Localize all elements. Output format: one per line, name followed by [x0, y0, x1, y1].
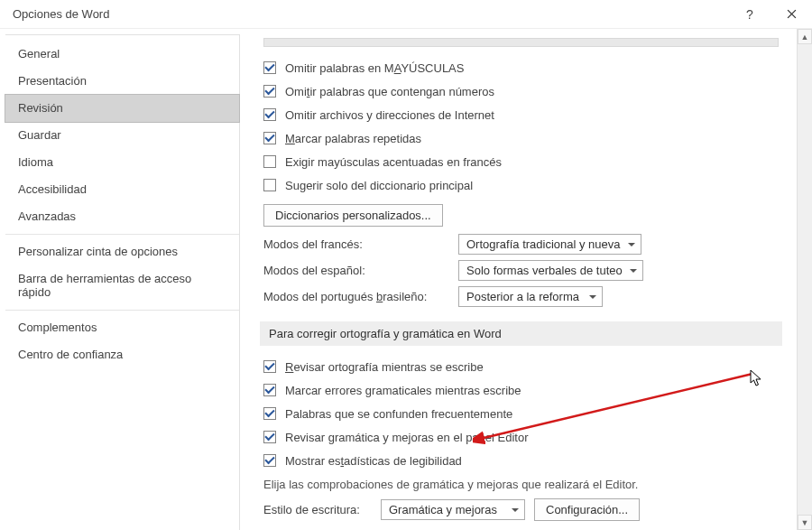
close-icon [787, 9, 797, 19]
mode-dropdown-0[interactable]: Ortografía tradicional y nueva [458, 234, 641, 255]
editor-desc: Elija las comprobaciones de gramática y … [263, 478, 779, 491]
mode-dropdown-1[interactable]: Solo formas verbales de tuteo [458, 260, 643, 281]
checkbox-ac-3[interactable] [263, 132, 276, 144]
sidebar-separator [5, 310, 239, 311]
content-pane: Omitir palabras en MAYÚSCULASOmitir pala… [240, 29, 797, 530]
sidebar-item-revisi-n[interactable]: Revisión [5, 95, 239, 122]
scroll-up-button[interactable]: ▲ [798, 29, 812, 44]
content-inner: Omitir palabras en MAYÚSCULASOmitir pala… [263, 58, 779, 530]
option-label: Omitir palabras en MAYÚSCULAS [285, 61, 464, 75]
section-spelling-grammar: Para corregir ortografía y gramática en … [260, 321, 782, 346]
mode-row: Modos del portugués brasileño:Posterior … [263, 286, 779, 307]
checkbox-ac-1[interactable] [263, 85, 276, 98]
option-row: Revisar ortografía mientras se escribe [263, 357, 779, 377]
writing-style-label: Estilo de escritura: [263, 503, 381, 516]
option-label: Palabras que se confunden frecuentemente [285, 407, 512, 421]
option-row: Omitir archivos y direcciones de Interne… [263, 105, 779, 125]
option-row: Revisar gramática y mejoras en el panel … [263, 427, 779, 447]
option-label: Omitir palabras que contengan números [285, 85, 494, 98]
mode-label: Modos del francés: [263, 237, 458, 251]
option-label: Mostrar estadísticas de legibilidad [285, 454, 462, 468]
checkbox-s2-1[interactable] [263, 384, 276, 396]
option-row: Marcar errores gramaticales mientras esc… [263, 380, 779, 400]
settings-button[interactable]: Configuración... [534, 498, 640, 521]
sidebar-item-avanzadas[interactable]: Avanzadas [5, 203, 239, 230]
mode-label: Modos del portugués brasileño: [263, 290, 458, 303]
sidebar-item-complementos[interactable]: Complementos [5, 314, 239, 341]
option-row: Sugerir solo del diccionario principal [263, 175, 779, 195]
checkbox-s2-3[interactable] [263, 431, 276, 443]
checkbox-ac-2[interactable] [263, 108, 276, 121]
checkbox-ac-5[interactable] [263, 179, 276, 191]
category-sidebar: GeneralPresentaciónRevisiónGuardarIdioma… [5, 34, 240, 530]
mode-dropdown-2[interactable]: Posterior a la reforma [458, 286, 603, 307]
checkbox-s2-4[interactable] [263, 454, 276, 467]
sidebar-item-presentaci-n[interactable]: Presentación [5, 68, 239, 95]
option-label: Exigir mayúsculas acentuadas en francés [285, 155, 502, 169]
option-row: Omitir palabras en MAYÚSCULAS [263, 58, 779, 78]
option-row: Exigir mayúsculas acentuadas en francés [263, 152, 779, 172]
sidebar-item-idioma[interactable]: Idioma [5, 149, 239, 176]
sidebar-item-accesibilidad[interactable]: Accesibilidad [5, 176, 239, 203]
scrollbar[interactable]: ▲ ▼ [797, 29, 812, 530]
sidebar-item-general[interactable]: General [5, 41, 239, 68]
mode-label: Modos del español: [263, 264, 458, 277]
custom-dictionaries-button[interactable]: Diccionarios personalizados... [263, 204, 443, 227]
mode-row: Modos del francés:Ortografía tradicional… [263, 234, 779, 255]
sidebar-item-barra-de-herramientas-de-acceso-r-pido[interactable]: Barra de herramientas de acceso rápido [5, 265, 239, 306]
sidebar-item-guardar[interactable]: Guardar [5, 122, 239, 149]
content-scroll: Omitir palabras en MAYÚSCULASOmitir pala… [240, 29, 797, 530]
option-label: Sugerir solo del diccionario principal [285, 179, 473, 192]
option-row: Marcar palabras repetidas [263, 128, 779, 148]
help-button[interactable]: ? [729, 0, 770, 29]
option-row: Mostrar estadísticas de legibilidad [263, 451, 779, 470]
checkbox-ac-0[interactable] [263, 61, 276, 74]
option-label: Revisar ortografía mientras se escribe [285, 360, 484, 374]
sidebar-item-centro-de-confianza[interactable]: Centro de confianza [5, 341, 239, 368]
section-divider [263, 38, 779, 47]
dialog-body: GeneralPresentaciónRevisiónGuardarIdioma… [0, 29, 812, 530]
checkbox-ac-4[interactable] [263, 155, 276, 168]
option-label: Revisar gramática y mejoras en el panel … [285, 431, 529, 444]
close-button[interactable] [770, 0, 812, 29]
titlebar: Opciones de Word ? [0, 0, 812, 29]
sidebar-item-personalizar-cinta-de-opciones[interactable]: Personalizar cinta de opciones [5, 238, 239, 265]
scroll-down-button[interactable]: ▼ [798, 515, 812, 530]
option-row: Omitir palabras que contengan números [263, 81, 779, 101]
sidebar-separator [5, 234, 239, 235]
option-label: Omitir archivos y direcciones de Interne… [285, 108, 494, 122]
checkbox-s2-0[interactable] [263, 360, 276, 373]
checkbox-s2-2[interactable] [263, 407, 276, 420]
window-title: Opciones de Word [13, 7, 729, 21]
scroll-track[interactable] [798, 44, 812, 515]
option-label: Marcar palabras repetidas [285, 132, 421, 145]
option-row: Palabras que se confunden frecuentemente [263, 404, 779, 423]
mode-row: Modos del español:Solo formas verbales d… [263, 260, 779, 281]
option-label: Marcar errores gramaticales mientras esc… [285, 384, 521, 397]
writing-style-dropdown[interactable]: Gramática y mejoras [381, 499, 525, 520]
